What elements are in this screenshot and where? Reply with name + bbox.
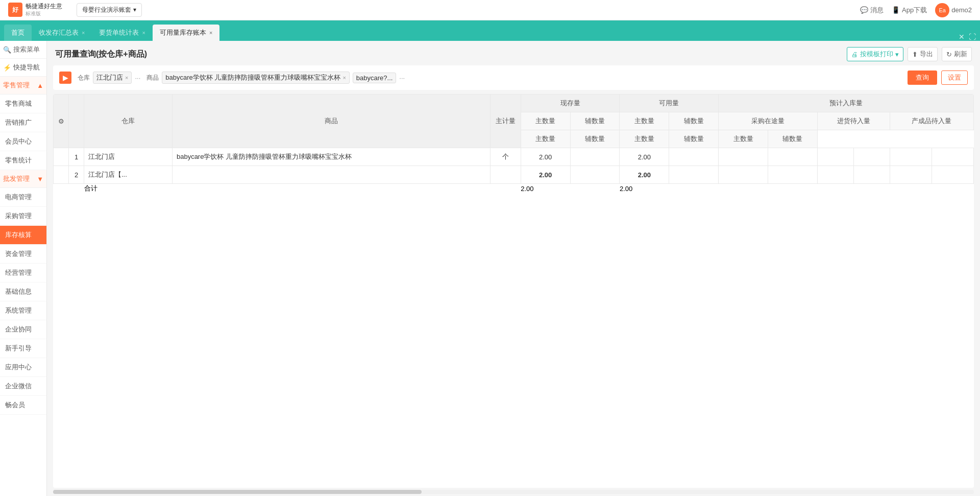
nav-tabs: 首页 收发存汇总表 × 要货单统计表 × 可用量库存账本 × ✕ ⛶: [0, 20, 980, 41]
tab-keyongliang[interactable]: 可用量库存账本 ×: [153, 25, 219, 41]
logo-icon: 好: [8, 3, 22, 17]
sidebar-item-apps-label: 应用中心: [5, 363, 32, 372]
row2-stock-main: 2.00: [521, 166, 570, 184]
settings-button[interactable]: 设置: [941, 70, 968, 85]
row2-gear: [54, 166, 69, 184]
sidebar-item-apps[interactable]: 应用中心: [0, 358, 46, 377]
sidebar-item-finance-label: 资金管理: [5, 249, 32, 258]
maximize-icon[interactable]: ⛶: [969, 33, 976, 41]
sidebar-item-retail-stats[interactable]: 零售统计: [0, 151, 46, 170]
sidebar-item-wechat-label: 企业微信: [5, 382, 32, 391]
nav-tab-actions: ✕ ⛶: [959, 33, 980, 41]
sidebar-section-wholesale[interactable]: 批发管理 ▼: [0, 170, 46, 188]
sidebar-item-members[interactable]: 会员中心: [0, 132, 46, 151]
product-filter-tag2[interactable]: babycare?...: [353, 73, 397, 83]
tab-keyongliang-close-icon[interactable]: ×: [209, 30, 212, 36]
sidebar-search[interactable]: 🔍 搜索菜单: [0, 41, 46, 59]
total-finished-aux: [932, 184, 973, 194]
sidebar-section-wholesale-label: 批发管理: [3, 174, 30, 183]
table-row: 1 江北门店 babycare学饮杯 儿童防摔防撞吸管杯重力球吸嘴杯宝宝水杯 个…: [54, 148, 974, 166]
sidebar-item-newbie[interactable]: 新手引导: [0, 339, 46, 358]
row2-inbound-aux: [853, 166, 890, 184]
inventory-table: ⚙ 仓库 商品 主计量 现存量 可用量 预计入库量 主数量 辅数量 主数量 辅数…: [53, 94, 974, 193]
row1-product: babycare学饮杯 儿童防摔防撞吸管杯重力球吸嘴杯宝宝水杯: [172, 148, 490, 166]
product-filter-tag1[interactable]: babycare学饮杯 儿童防摔防撞吸管杯重力球吸嘴杯宝宝水杯 ×: [162, 72, 350, 84]
row1-pur-transit-aux: [768, 148, 817, 166]
product-dots-icon[interactable]: ···: [399, 74, 405, 82]
sidebar-item-wechat[interactable]: 企业微信: [0, 377, 46, 396]
export-button[interactable]: ⬆ 导出: [908, 47, 938, 61]
row1-stock-main: 2.00: [521, 148, 570, 166]
sidebar-item-system[interactable]: 系统管理: [0, 301, 46, 320]
total-pur-transit-main: [719, 184, 768, 194]
sidebar-item-finance[interactable]: 资金管理: [0, 245, 46, 264]
row1-pur-transit-main: [719, 148, 768, 166]
warehouse-tag-value: 江北门店: [96, 73, 123, 82]
filter-action-buttons: 查询 设置: [908, 70, 968, 85]
sidebar-item-inventory[interactable]: 库存核算: [0, 226, 46, 245]
sidebar-section-zerosales-label: 零售管理: [3, 81, 30, 90]
logo-sub: 标准版: [26, 10, 62, 17]
scrollbar-thumb[interactable]: [53, 490, 422, 494]
tab-shoufa-label: 收发存汇总表: [39, 28, 79, 37]
warehouse-dots-icon[interactable]: ···: [135, 74, 140, 82]
product-tag1-remove-icon[interactable]: ×: [342, 75, 346, 81]
sidebar-section-zerosales[interactable]: 零售管理 ▲: [0, 77, 46, 95]
horizontal-scrollbar[interactable]: [53, 490, 974, 494]
row2-unit: [490, 166, 521, 184]
tab-home[interactable]: 首页: [4, 25, 32, 41]
product-tag-value2: babycare?...: [356, 74, 393, 82]
total-stock-aux: [570, 184, 620, 194]
sidebar-item-enterprise[interactable]: 企业协同: [0, 320, 46, 339]
total-row: 合计 2.00 2.00: [54, 184, 974, 194]
col-inbound-header: 进货待入量: [817, 112, 890, 130]
refresh-button[interactable]: ↻ 刷新: [942, 47, 972, 61]
row1-finished-aux: [932, 148, 973, 166]
row1-finished-main: [890, 148, 932, 166]
warehouse-remove-icon[interactable]: ×: [125, 75, 128, 81]
template-print-button[interactable]: 🖨 按模板打印 ▾: [847, 47, 903, 61]
template-chevron-icon: ▾: [895, 51, 899, 58]
col-gear[interactable]: ⚙: [54, 95, 69, 148]
row2-finished-aux: [932, 166, 973, 184]
sidebar-item-operations[interactable]: 经营管理: [0, 264, 46, 282]
sidebar-quicknav[interactable]: ⚡ 快捷导航: [0, 59, 46, 77]
col-avail-aux-header: 辅数量: [669, 112, 719, 130]
row2-stock-aux: [570, 166, 620, 184]
total-index: [69, 184, 84, 194]
sidebar-item-marketing[interactable]: 营销推广: [0, 113, 46, 132]
tab-shoufa-close-icon[interactable]: ×: [82, 30, 85, 36]
logo-area: 好 畅捷通好生意 标准版: [8, 3, 62, 17]
row2-product: [172, 166, 490, 184]
sidebar-item-member[interactable]: 畅会员: [0, 396, 46, 415]
col-stock-aux-header: 辅数量: [570, 112, 620, 130]
tab-yaohuo-close-icon[interactable]: ×: [142, 30, 145, 36]
sidebar-item-basic-info[interactable]: 基础信息: [0, 282, 46, 301]
message-button[interactable]: 💬 消息: [860, 6, 884, 15]
row2-pur-transit-aux: [768, 166, 817, 184]
sidebar-item-ecommerce[interactable]: 电商管理: [0, 188, 46, 207]
close-all-tabs-icon[interactable]: ✕: [959, 33, 965, 41]
sidebar-item-zerosales-mall[interactable]: 零售商城: [0, 95, 46, 113]
tab-shoufa[interactable]: 收发存汇总表 ×: [32, 25, 92, 41]
top-bar-left: 好 畅捷通好生意 标准版 母婴行业演示账套 ▾: [8, 3, 142, 17]
content-area: 可用量查询(按仓库+商品) 🖨 按模板打印 ▾ ⬆ 导出 ↻ 刷新 ▶: [47, 41, 980, 496]
warehouse-filter-tag[interactable]: 江北门店 ×: [93, 72, 132, 84]
query-button[interactable]: 查询: [908, 70, 937, 85]
product-tag-value1: babycare学饮杯 儿童防摔防撞吸管杯重力球吸嘴杯宝宝水杯: [165, 73, 340, 82]
total-inbound-aux: [853, 184, 890, 194]
store-selector[interactable]: 母婴行业演示账套 ▾: [77, 3, 142, 17]
sidebar-item-retail-stats-label: 零售统计: [5, 156, 32, 165]
app-download-button[interactable]: 📱 App下载: [892, 6, 927, 15]
top-bar-right: 💬 消息 📱 App下载 Ea demo2: [860, 3, 972, 17]
page-header: 可用量查询(按仓库+商品) 🖨 按模板打印 ▾ ⬆ 导出 ↻ 刷新: [47, 41, 980, 65]
col-pur-transit-aux: 辅数量: [570, 130, 620, 148]
quicknav-icon: ⚡: [3, 64, 11, 72]
user-menu[interactable]: Ea demo2: [935, 3, 972, 17]
filter-expand-button[interactable]: ▶: [59, 72, 71, 84]
row1-avail-main: 2.00: [620, 148, 669, 166]
sidebar-item-purchase[interactable]: 采购管理: [0, 207, 46, 226]
sidebar-item-zerosales-mall-label: 零售商城: [5, 99, 32, 108]
tab-yaohuo[interactable]: 要货单统计表 ×: [92, 25, 152, 41]
sidebar-item-newbie-label: 新手引导: [5, 344, 32, 353]
